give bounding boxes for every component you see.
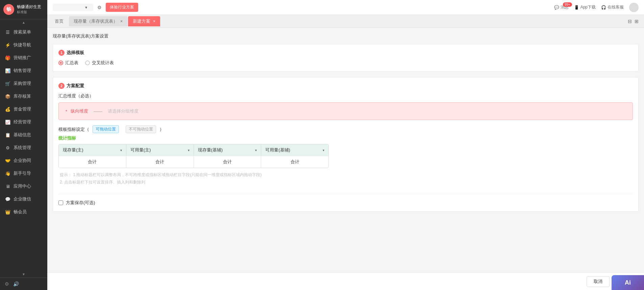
sidebar-item-enterprise[interactable]: 🤝 企业协同 [0,154,47,167]
radio-cross-label: 交叉统计表 [92,60,114,66]
sidebar-item-guide[interactable]: 👋 新手引导 [0,167,47,180]
chevron-down-icon-0[interactable]: ▾ [120,148,122,152]
hint-line-2: 2. 点击标题栏下拉可设置排序、插入列和删除列 [60,179,631,186]
dim-error-box: * 纵向维度 —— 请选择分组维度 [58,102,633,120]
radio-summary-dot[interactable] [58,61,63,65]
stat-cell-1: 合计 [126,156,194,168]
template-setting-row: 模板指标设定（ 可拖动位置 不可拖动位置 ） [58,125,633,133]
content-area: 现存量(库存状况表)方案设置 1 选择模板 汇总表 交叉统计表 2 [47,28,644,272]
guide-icon: 👋 [5,170,11,176]
stat-header-cell-0[interactable]: 现存量(主) ▾ [59,144,126,156]
hints-section: 提示： 1.拖动标题栏可以调整布局，不可跨维度或指标区域拖动栏目字段(只能在同一… [58,171,633,186]
sidebar-item-sales[interactable]: 📊 销售管理 [0,64,47,77]
wechat-icon: 💬 [5,196,11,202]
sidebar-item-label: 营销推广 [14,55,31,61]
tab-inventory-close-icon[interactable]: × [120,19,123,24]
search-dropdown-icon[interactable]: ▾ [85,5,87,10]
stat-header-cell-1[interactable]: 可用量(主) ▾ [126,144,194,156]
fixed-indicator: 不可拖动位置 [126,125,156,133]
sidebar-item-wechat[interactable]: 💬 企业微信 [0,193,47,206]
sidebar-nav: ☰ 搜索菜单 ⚡ 快捷导航 🎁 营销推广 📊 销售管理 🛒 采购管理 📦 库存核… [0,26,47,271]
stat-header-label-3: 可用量(基辅) [265,147,290,153]
dim-row: * 纵向维度 —— 请选择分组维度 [66,108,626,114]
top-bar-right: 💬 消息 99+ 📱 App下载 🎧 在线客服 [554,3,639,12]
app-download-btn[interactable]: 📱 App下载 [574,4,596,10]
sidebar-scroll-up[interactable]: ▲ [0,19,47,26]
sidebar-item-management[interactable]: 📈 经营管理 [0,116,47,128]
sidebar-item-inventory[interactable]: 📦 库存核算 [0,90,47,103]
tab-inventory-status[interactable]: 现存量（库存状况表） × [69,16,127,26]
search-input[interactable] [56,5,83,10]
app-logo-icon: 畅 [3,4,14,15]
sidebar-item-label: 经营管理 [14,119,31,125]
chevron-down-icon-2[interactable]: ▾ [255,148,257,152]
sidebar-item-search[interactable]: ☰ 搜索菜单 [0,26,47,39]
window-collapse-icon[interactable]: ⊟ [628,19,632,24]
dim-section-label: 汇总维度（必选） [58,93,633,99]
sidebar-item-member[interactable]: 👑 畅会员 [0,206,47,218]
step2-section: 2 方案配置 汇总维度（必选） * 纵向维度 —— 请选择分组维度 模板指标设定… [53,77,639,212]
sidebar-item-basic-info[interactable]: 📋 基础信息 [0,128,47,141]
save-checkbox[interactable] [58,200,63,205]
tab-inventory-label: 现存量（库存状况表） [74,18,118,24]
message-btn[interactable]: 💬 消息 99+ [554,4,569,10]
app-download-icon: 📱 [574,5,579,10]
sidebar-item-label: 畅会员 [14,209,27,215]
dim-required-marker: * [66,109,67,114]
radio-summary[interactable]: 汇总表 [58,60,78,66]
app-name: 畅赚通好生意 [17,4,41,10]
management-icon: 📈 [5,119,11,125]
settings-icon[interactable]: ⚙ [5,281,9,287]
sound-icon[interactable]: 🔊 [13,281,19,287]
window-expand-icon[interactable]: ⊞ [635,19,639,24]
stat-table: 现存量(主) ▾ 可用量(主) ▾ 现存量(基辅) ▾ 可用量(基辅) ▾ [58,144,329,168]
sidebar-item-label: 企业协同 [14,158,31,164]
basic-info-icon: 📋 [5,132,11,138]
stat-header-label-2: 现存量(基辅) [198,147,223,153]
top-search-box[interactable]: ▾ [53,4,93,11]
sidebar-item-label: 库存核算 [14,93,31,99]
app-version: 标准版 [17,10,41,15]
stat-table-header: 现存量(主) ▾ 可用量(主) ▾ 现存量(基辅) ▾ 可用量(基辅) ▾ [59,144,328,156]
user-avatar[interactable] [629,3,639,12]
sidebar-item-quick-nav[interactable]: ⚡ 快捷导航 [0,39,47,51]
sidebar-item-system[interactable]: ⚙ 系统管理 [0,141,47,154]
sidebar-logo: 畅 畅赚通好生意 标准版 [0,0,47,19]
industry-btn[interactable]: 体验行业方案 [106,3,138,12]
tab-new-plan-close-icon[interactable]: × [153,19,155,24]
step1-label: 选择模板 [67,50,84,56]
gear-icon[interactable]: ⚙ [97,5,102,10]
stat-cell-2: 合计 [194,156,262,168]
hint-line-1: 提示： 1.拖动标题栏可以调整布局，不可跨维度或指标区域拖动栏目字段(只能在同一… [60,171,631,179]
sidebar-item-finance[interactable]: 💰 资金管理 [0,103,47,116]
chevron-down-icon-1[interactable]: ▾ [188,148,190,152]
cancel-button[interactable]: 取消 [587,276,610,287]
draggable-indicator: 可拖动位置 [93,125,119,133]
radio-cross[interactable]: 交叉统计表 [85,60,114,66]
action-bar: 取消 查询 [47,272,644,290]
sidebar-item-purchase[interactable]: 🛒 采购管理 [0,77,47,90]
sidebar-item-app-center[interactable]: 🖥 应用中心 [0,180,47,193]
ai-badge[interactable]: Ai [612,275,644,290]
sidebar-item-marketing[interactable]: 🎁 营销推广 [0,51,47,64]
sidebar-bottom: ⚙ 🔊 [0,277,47,290]
search-menu-icon: ☰ [5,29,11,35]
dim-placeholder[interactable]: 请选择分组维度 [108,108,139,114]
template-radio-group: 汇总表 交叉统计表 [58,60,633,66]
app-center-icon: 🖥 [5,183,11,189]
sales-icon: 📊 [5,68,11,74]
stat-header-cell-3[interactable]: 可用量(基辅) ▾ [261,144,328,156]
template-setting-label: 模板指标设定（ [58,126,89,132]
chevron-down-icon-3[interactable]: ▾ [323,148,324,152]
stat-header-cell-2[interactable]: 现存量(基辅) ▾ [194,144,262,156]
sidebar-item-label: 采购管理 [14,80,31,87]
step1-title: 1 选择模板 [58,50,633,56]
sidebar-scroll-down[interactable]: ▼ [0,271,47,277]
sidebar-item-label: 销售管理 [14,68,31,74]
radio-cross-dot[interactable] [85,61,90,65]
sidebar-item-label: 快捷导航 [14,42,31,48]
online-service-btn[interactable]: 🎧 在线客服 [601,4,624,10]
tab-home[interactable]: 首页 [50,16,68,26]
tab-new-plan[interactable]: 新建方案 × [128,16,160,26]
step1-badge: 1 [58,50,65,56]
